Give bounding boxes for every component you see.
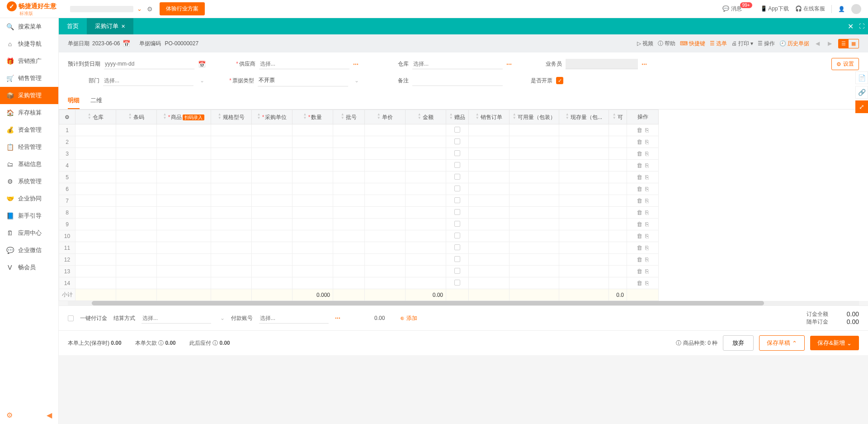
dept-input[interactable]	[103, 76, 193, 86]
delete-icon[interactable]: 🗑	[637, 280, 642, 286]
tab-home[interactable]: 首页	[59, 18, 87, 34]
sidebar-item-1[interactable]: ⌂快捷导航	[0, 35, 58, 52]
sidebar-item-12[interactable]: 🗓应用中心	[0, 224, 58, 242]
more-icon[interactable]: ⋯	[506, 61, 512, 67]
delete-icon[interactable]: 🗑	[637, 162, 642, 169]
gift-checkbox[interactable]	[454, 280, 460, 286]
sidebar-gear-icon[interactable]: ⚙	[6, 411, 13, 419]
table-row[interactable]: 2🗑⎘	[59, 136, 659, 148]
table-row[interactable]: 14🗑⎘	[59, 277, 659, 289]
more-icon[interactable]: ⋯	[353, 61, 359, 67]
gear-icon[interactable]: ⚙	[147, 5, 153, 13]
list-view-icon[interactable]: ☰	[839, 39, 849, 48]
next-arrow-icon[interactable]: ▶	[826, 40, 834, 47]
sidebar-item-10[interactable]: 🤝企业协同	[0, 190, 58, 207]
sidebar-item-6[interactable]: 💰资金管理	[0, 121, 58, 138]
table-row[interactable]: 11🗑⎘	[59, 242, 659, 254]
save-new-button[interactable]: 保存&新增 ⌄	[810, 336, 859, 350]
view-toggle[interactable]: ☰ ▦	[838, 39, 859, 48]
table-row[interactable]: 3🗑⎘	[59, 148, 659, 160]
delete-icon[interactable]: 🗑	[637, 174, 642, 181]
one-key-checkbox[interactable]	[68, 315, 74, 321]
copy-icon[interactable]: ⎘	[645, 268, 649, 275]
gift-checkbox[interactable]	[454, 268, 460, 274]
chevron-down-icon[interactable]: ⌄	[354, 77, 359, 84]
delete-icon[interactable]: 🗑	[637, 244, 642, 251]
tab-detail[interactable]: 明细	[68, 96, 80, 109]
table-row[interactable]: 12🗑⎘	[59, 254, 659, 266]
invoice-flag-checkbox[interactable]: ✓	[556, 77, 563, 84]
help-link[interactable]: ⓘ 帮助	[658, 40, 675, 48]
table-row[interactable]: 4🗑⎘	[59, 160, 659, 172]
gift-checkbox[interactable]	[454, 244, 460, 250]
gift-checkbox[interactable]	[454, 256, 460, 262]
delete-icon[interactable]: 🗑	[637, 186, 642, 192]
gift-checkbox[interactable]	[454, 127, 460, 133]
remark-input[interactable]	[412, 76, 503, 86]
copy-icon[interactable]: ⎘	[645, 138, 649, 145]
delete-icon[interactable]: 🗑	[637, 209, 642, 216]
delete-icon[interactable]: 🗑	[637, 127, 642, 133]
delete-icon[interactable]: 🗑	[637, 256, 642, 263]
sidebar-item-9[interactable]: ⚙系统管理	[0, 173, 58, 190]
gift-checkbox[interactable]	[454, 150, 460, 156]
tab-2d[interactable]: 二维	[90, 96, 102, 109]
delete-icon[interactable]: 🗑	[637, 197, 642, 204]
close-icon[interactable]: ✕	[121, 24, 125, 29]
copy-icon[interactable]: ⎘	[645, 174, 649, 181]
online-cs-link[interactable]: 🎧 在线客服	[795, 5, 825, 13]
avatar[interactable]	[851, 4, 861, 14]
table-row[interactable]: 13🗑⎘	[59, 266, 659, 277]
save-draft-button[interactable]: 保存草稿 ⌃	[759, 335, 805, 351]
gift-checkbox[interactable]	[454, 174, 460, 180]
sidebar-item-11[interactable]: 📘新手引导	[0, 207, 58, 224]
invoice-type-select[interactable]: 不开票	[258, 75, 348, 86]
copy-icon[interactable]: ⎘	[645, 244, 649, 251]
copy-icon[interactable]: ⎘	[645, 280, 649, 286]
h-scrollbar[interactable]	[68, 301, 859, 305]
chevron-down-icon[interactable]: ⌄	[220, 315, 225, 321]
copy-icon[interactable]: ⎘	[645, 150, 649, 157]
delete-icon[interactable]: 🗑	[637, 138, 642, 145]
experience-button[interactable]: 体验行业方案	[160, 2, 205, 15]
more-icon[interactable]: ⋯	[335, 315, 341, 321]
rail-note-icon[interactable]: 📄	[855, 71, 868, 84]
clerk-input[interactable]	[566, 59, 638, 69]
company-select[interactable]: ⌄	[70, 5, 142, 12]
gift-checkbox[interactable]	[454, 197, 460, 203]
settings-button[interactable]: ⚙ 设置	[831, 58, 859, 70]
calendar-icon[interactable]: 📅	[198, 61, 206, 68]
delete-icon[interactable]: 🗑	[637, 221, 642, 228]
sidebar-item-0[interactable]: 🔍搜索菜单	[0, 18, 58, 35]
sidebar-item-8[interactable]: 🗂基础信息	[0, 156, 58, 173]
date-value[interactable]: 2023-06-06	[92, 40, 120, 47]
message-link[interactable]: 💬 消息99+	[722, 5, 754, 13]
table-row[interactable]: 1🗑⎘	[59, 124, 659, 136]
copy-icon[interactable]: ⎘	[645, 186, 649, 192]
grid-view-icon[interactable]: ▦	[849, 39, 859, 48]
shortcut-link[interactable]: ⌨ 快捷键	[680, 40, 705, 48]
sidebar-item-4[interactable]: 📦采购管理	[0, 87, 58, 104]
history-link[interactable]: 🕘 历史单据	[779, 40, 809, 48]
pay-acct-input[interactable]	[259, 313, 329, 324]
chevron-down-icon[interactable]: ⌄	[200, 77, 204, 84]
more-icon[interactable]: ⋯	[642, 61, 647, 67]
table-row[interactable]: 10🗑⎘	[59, 230, 659, 242]
supplier-input[interactable]	[259, 59, 349, 69]
prev-arrow-icon[interactable]: ◀	[814, 40, 821, 47]
app-download-link[interactable]: 📱 App下载	[760, 5, 789, 13]
gift-checkbox[interactable]	[454, 162, 460, 168]
warehouse-input[interactable]	[412, 59, 503, 69]
calendar-icon[interactable]: 📅	[123, 40, 130, 47]
table-row[interactable]: 7🗑⎘	[59, 195, 659, 207]
ops-link[interactable]: ☰ 操作	[758, 40, 775, 48]
copy-icon[interactable]: ⎘	[645, 162, 649, 169]
gift-checkbox[interactable]	[454, 233, 460, 238]
sidebar-item-7[interactable]: 📋经营管理	[0, 138, 58, 156]
settle-input[interactable]	[142, 313, 211, 324]
tab-purchase-order[interactable]: 采购订单✕	[87, 18, 133, 34]
sidebar-collapse-icon[interactable]: ◀	[47, 411, 52, 419]
delete-icon[interactable]: 🗑	[637, 233, 642, 239]
discard-button[interactable]: 放弃	[723, 335, 754, 351]
gift-checkbox[interactable]	[454, 221, 460, 227]
